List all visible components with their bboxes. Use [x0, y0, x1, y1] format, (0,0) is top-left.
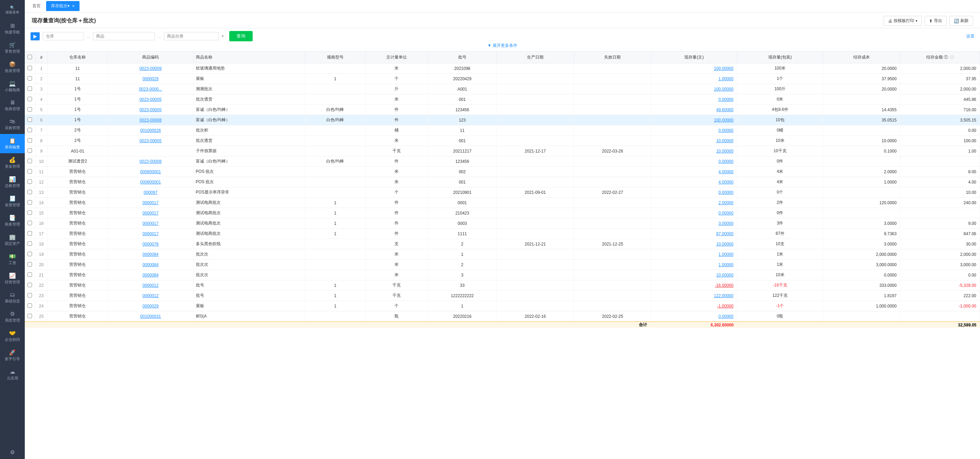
row-qty-main[interactable]: 1.00000 — [651, 260, 737, 270]
row-checkbox-cell[interactable] — [25, 187, 35, 198]
sidebar-item-tax[interactable]: 📑 税务管理 — [0, 211, 25, 230]
sidebar-item-finance[interactable]: 💰 资金管理 — [0, 153, 25, 172]
row-checkbox-cell[interactable] — [25, 74, 35, 84]
row-checkbox[interactable] — [27, 138, 32, 143]
row-checkbox[interactable] — [27, 148, 32, 153]
row-checkbox[interactable] — [27, 241, 32, 246]
row-qty-main[interactable]: 0.00000 — [651, 208, 737, 218]
row-checkbox[interactable] — [27, 303, 32, 308]
row-checkbox[interactable] — [27, 283, 32, 287]
row-qty-main[interactable]: 4.00000 — [651, 167, 737, 177]
sidebar-item-wholesale[interactable]: 📦 批发管理 — [0, 57, 25, 77]
sidebar-item-quick-nav[interactable]: ⊞ 快捷导航 — [0, 19, 25, 38]
sidebar-item-basic[interactable]: 🗂 基础信息 — [0, 288, 25, 307]
qty-main-link[interactable]: 0.00000 — [718, 190, 733, 195]
row-checkbox-cell[interactable] — [25, 218, 35, 229]
refresh-button[interactable]: 🔄 刷新 — [949, 16, 973, 26]
row-checkbox[interactable] — [27, 190, 32, 194]
row-qty-main[interactable]: -1.00000 — [651, 301, 737, 311]
row-checkbox[interactable] — [27, 128, 32, 132]
qty-main-link[interactable]: 4.00000 — [718, 180, 733, 185]
row-qty-main[interactable]: 10.00000 — [651, 239, 737, 249]
code-link[interactable]: 0000017 — [143, 201, 159, 205]
row-checkbox[interactable] — [27, 169, 32, 174]
sidebar-item-salary[interactable]: 💵 工资 — [0, 250, 25, 269]
settings-link[interactable]: 设置 — [966, 33, 975, 39]
code-link[interactable]: 0000012 — [143, 283, 159, 288]
qty-main-link[interactable]: 100.00000 — [714, 118, 733, 123]
row-checkbox[interactable] — [27, 262, 32, 266]
row-checkbox-cell[interactable] — [25, 94, 35, 105]
qty-main-link[interactable]: 10.00000 — [716, 242, 733, 247]
row-checkbox-cell[interactable] — [25, 156, 35, 167]
row-qty-main[interactable]: 10.00000 — [651, 135, 737, 146]
col-header-checkbox[interactable] — [25, 52, 35, 63]
sidebar-item-sys[interactable]: ⚙ 系统管理 — [0, 307, 25, 327]
sidebar-item-collab[interactable]: 🤝 企业协同 — [0, 327, 25, 346]
code-link[interactable]: 0000084 — [143, 273, 159, 277]
code-link[interactable]: 001000026 — [140, 128, 161, 133]
qty-main-link[interactable]: 3.00000 — [718, 221, 733, 226]
row-checkbox-cell[interactable] — [25, 291, 35, 301]
sidebar-search[interactable]: 🔍 搜索菜单 — [0, 3, 25, 18]
row-qty-main[interactable]: 100.00000 — [651, 84, 737, 94]
row-qty-main[interactable]: 1.00000 — [651, 249, 737, 260]
row-checkbox[interactable] — [27, 210, 32, 215]
row-checkbox-cell[interactable] — [25, 301, 35, 311]
row-qty-main[interactable]: 122.00000 — [651, 291, 737, 301]
row-qty-main[interactable]: 1.00000 — [651, 74, 737, 84]
row-checkbox-cell[interactable] — [25, 239, 35, 249]
code-link[interactable]: 001000031 — [140, 314, 161, 319]
row-qty-main[interactable]: 3.00000 — [651, 218, 737, 229]
sidebar-item-cloud[interactable]: ☁ 云应用 — [0, 365, 25, 384]
row-qty-main[interactable]: 4.00000 — [651, 177, 737, 187]
row-checkbox-cell[interactable] — [25, 249, 35, 260]
qty-main-link[interactable]: 10.00000 — [716, 273, 733, 277]
qty-main-link[interactable]: -16.00000 — [715, 283, 733, 288]
qty-main-link[interactable]: 0.00000 — [718, 211, 733, 215]
qty-main-link[interactable]: 0.00000 — [718, 97, 733, 102]
code-link[interactable]: 0000017 — [143, 231, 159, 236]
sidebar-item-invoice[interactable]: 🧾 发票管理 — [0, 192, 25, 211]
row-qty-main[interactable]: 0.00000 — [651, 94, 737, 105]
row-qty-main[interactable]: 10.00000 — [651, 146, 737, 156]
row-checkbox[interactable] — [27, 86, 32, 91]
code-link[interactable]: 000900001 — [140, 169, 161, 174]
row-checkbox[interactable] — [27, 252, 32, 256]
row-qty-main[interactable]: 49.60000 — [651, 105, 737, 115]
goods-input[interactable] — [93, 32, 155, 40]
sidebar-item-newbie[interactable]: 🚀 新手引导 — [0, 346, 25, 365]
sidebar-item-general[interactable]: 📊 总账管理 — [0, 172, 25, 192]
row-qty-main[interactable]: 0.00000 — [651, 187, 737, 198]
code-link[interactable]: 0023-0000... — [139, 87, 162, 92]
sidebar-item-inventory[interactable]: 📋 库存核查 — [0, 134, 25, 153]
row-qty-main[interactable]: 100.00000 — [651, 63, 737, 74]
code-link[interactable]: 0000078 — [143, 242, 159, 247]
sidebar-item-retail[interactable]: 🛒 零售管理 — [0, 38, 25, 57]
qty-main-link[interactable]: 2.00000 — [718, 201, 733, 205]
sidebar-item-ecom[interactable]: 🖥 电商管理 — [0, 96, 25, 115]
row-checkbox[interactable] — [27, 273, 32, 277]
code-link[interactable]: 0000017 — [143, 211, 159, 215]
code-link[interactable]: 0023-00005 — [139, 107, 161, 112]
qty-main-link[interactable]: -1.00000 — [717, 304, 733, 309]
row-checkbox-cell[interactable] — [25, 105, 35, 115]
row-checkbox[interactable] — [27, 314, 32, 318]
qty-main-link[interactable]: 10.00000 — [716, 139, 733, 143]
qty-main-link[interactable]: 0.00000 — [718, 159, 733, 164]
row-qty-main[interactable]: 2.00000 — [651, 198, 737, 208]
qty-main-link[interactable]: 10.00000 — [716, 149, 733, 154]
row-checkbox-cell[interactable] — [25, 135, 35, 146]
search-button[interactable]: 查询 — [229, 31, 253, 41]
code-link[interactable]: 0023-00008 — [139, 118, 161, 123]
row-checkbox-cell[interactable] — [25, 260, 35, 270]
row-checkbox-cell[interactable] — [25, 208, 35, 218]
row-checkbox-cell[interactable] — [25, 125, 35, 135]
row-qty-main[interactable]: 87.00000 — [651, 229, 737, 239]
qty-main-link[interactable]: 1.00000 — [718, 252, 733, 257]
row-checkbox-cell[interactable] — [25, 198, 35, 208]
code-link[interactable]: 0023-00008 — [139, 159, 161, 164]
code-link[interactable]: 0023-00009 — [139, 66, 161, 71]
row-checkbox[interactable] — [27, 179, 32, 184]
sidebar-item-biz[interactable]: 📈 经营管理 — [0, 269, 25, 288]
